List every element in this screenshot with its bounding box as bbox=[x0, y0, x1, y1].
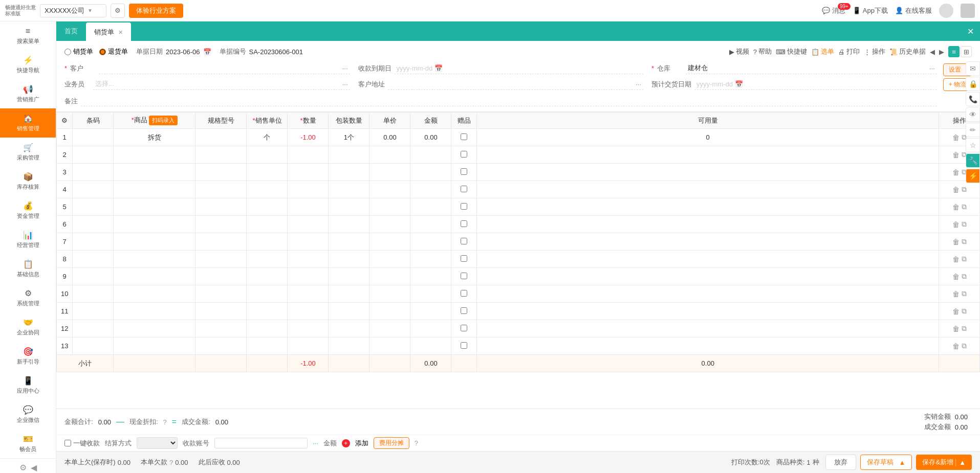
toolbar-shortcut[interactable]: ⌨ 快捷键 bbox=[776, 47, 807, 56]
account-number-input[interactable] bbox=[214, 438, 308, 448]
col-settings[interactable]: ⚙ bbox=[57, 112, 73, 129]
cell-barcode[interactable] bbox=[73, 129, 114, 146]
notes-input[interactable] bbox=[81, 96, 937, 106]
delete-icon[interactable]: 🗑 bbox=[952, 273, 960, 281]
copy-icon[interactable]: ⧉ bbox=[962, 289, 967, 298]
app-download-button[interactable]: 📱 App下载 bbox=[853, 6, 888, 15]
delete-icon[interactable]: 🗑 bbox=[952, 151, 960, 159]
message-button[interactable]: 💬 消息 99+ bbox=[822, 6, 845, 15]
cell-product[interactable]: 拆货 bbox=[114, 129, 195, 146]
sidebar-item-marketing[interactable]: 📢 营销推广 bbox=[0, 79, 56, 108]
float-eye-icon[interactable]: 👁 bbox=[966, 107, 980, 122]
sidebar-item-operation[interactable]: 📊 经营管理 bbox=[0, 225, 56, 254]
delete-icon[interactable]: 🗑 bbox=[952, 220, 960, 229]
one-click-payment[interactable]: 一键收款 bbox=[64, 439, 100, 448]
sidebar-item-sales[interactable]: 🏠 销售管理 bbox=[0, 108, 56, 138]
sidebar-item-inventory[interactable]: 📦 库存核算 bbox=[0, 167, 56, 196]
settlement-method-select[interactable] bbox=[137, 437, 178, 449]
cell-package-qty[interactable]: 1个 bbox=[329, 129, 369, 146]
scan-button[interactable]: 扫码录入 bbox=[149, 116, 178, 125]
float-alert-icon[interactable]: ⚡ bbox=[966, 169, 980, 183]
nav-prev-icon[interactable]: ◀ bbox=[930, 48, 935, 56]
save-draft-arrow[interactable]: ▲ bbox=[896, 459, 906, 466]
copy-icon[interactable]: ⧉ bbox=[962, 185, 967, 194]
copy-icon[interactable]: ⧉ bbox=[962, 307, 967, 316]
float-tool-icon[interactable]: 🔧 bbox=[966, 153, 980, 168]
fee-split-button[interactable]: 费用分摊 bbox=[374, 437, 409, 449]
save-draft-button[interactable]: 保存草稿 ▲ bbox=[860, 455, 912, 470]
float-edit-icon[interactable]: ✏ bbox=[966, 123, 980, 137]
delete-icon[interactable]: 🗑 bbox=[952, 238, 960, 246]
collapse-icon[interactable]: ◀ bbox=[31, 463, 37, 472]
delete-icon[interactable]: 🗑 bbox=[952, 168, 960, 176]
tab-sales-order[interactable]: 销货单 ✕ bbox=[86, 22, 131, 42]
sidebar-item-quick-nav[interactable]: ⚡ 快捷导航 bbox=[0, 50, 56, 79]
sidebar-item-app-center[interactable]: 📱 应用中心 bbox=[0, 371, 56, 400]
copy-icon[interactable]: ⧉ bbox=[962, 255, 967, 263]
sidebar-item-search[interactable]: ≡ 搜索菜单 bbox=[0, 21, 56, 50]
radio-return[interactable]: 退货单 bbox=[99, 47, 128, 56]
delete-icon[interactable]: 🗑 bbox=[952, 203, 960, 211]
settings-bottom-icon[interactable]: ⚙ bbox=[19, 463, 27, 472]
online-service-button[interactable]: 👤 在线客服 bbox=[895, 6, 932, 15]
salesman-input[interactable]: 选择... ··· bbox=[93, 78, 350, 90]
float-lock-icon[interactable]: 🔒 bbox=[966, 77, 980, 91]
delete-icon[interactable]: 🗑 bbox=[952, 290, 960, 298]
delete-icon[interactable]: 🗑 bbox=[952, 325, 960, 333]
question-mark-icon[interactable]: ? bbox=[163, 418, 167, 426]
sidebar-item-finance[interactable]: 💰 资金管理 bbox=[0, 196, 56, 225]
float-message-icon[interactable]: ✉ bbox=[966, 61, 980, 76]
warehouse-input[interactable]: 建材仓 ··· bbox=[686, 62, 937, 74]
receipt-date-input[interactable]: yyyy-mm-dd 📅 bbox=[395, 63, 644, 74]
fee-question-icon[interactable]: ? bbox=[415, 439, 418, 447]
delete-icon[interactable]: 🗑 bbox=[952, 255, 960, 263]
customer-address-input[interactable]: ··· bbox=[388, 79, 644, 90]
trial-button[interactable]: 体验行业方案 bbox=[129, 4, 183, 18]
toolbar-operation[interactable]: ⋮ 操作 bbox=[864, 47, 885, 56]
deficit-question-icon[interactable]: ? bbox=[169, 459, 173, 466]
copy-icon[interactable]: ⧉ bbox=[962, 202, 967, 211]
copy-icon[interactable]: ⧉ bbox=[962, 220, 967, 229]
cell-unit[interactable]: 个 bbox=[247, 129, 288, 146]
copy-icon[interactable]: ⧉ bbox=[962, 237, 967, 246]
cell-gift[interactable] bbox=[451, 129, 477, 146]
save-new-arrow[interactable]: ▲ bbox=[955, 459, 966, 466]
sidebar-item-purchase[interactable]: 🛒 采购管理 bbox=[0, 138, 56, 167]
copy-icon[interactable]: ⧉ bbox=[962, 272, 967, 281]
toolbar-select[interactable]: 📋 选单 bbox=[811, 47, 834, 56]
add-button[interactable]: + bbox=[342, 439, 350, 447]
toolbar-history[interactable]: 📜 历史单据 bbox=[889, 47, 926, 56]
sidebar-item-basic-info[interactable]: 📋 基础信息 bbox=[0, 254, 56, 283]
sidebar-item-system[interactable]: ⚙ 系统管理 bbox=[0, 283, 56, 312]
delete-icon[interactable]: 🗑 bbox=[952, 342, 960, 350]
layout-grid-icon[interactable]: ⊞ bbox=[961, 46, 972, 57]
expected-delivery-input[interactable]: yyyy-mm-dd 📅 bbox=[694, 79, 937, 90]
save-new-button[interactable]: 保存&新增 ▲ bbox=[916, 455, 972, 470]
abandon-button[interactable]: 放弃 bbox=[825, 455, 856, 470]
cell-unit-price[interactable]: 0.00 bbox=[369, 129, 410, 146]
company-selector[interactable]: XXXXXX公司 ▼ bbox=[40, 4, 106, 17]
avatar2[interactable] bbox=[961, 4, 975, 18]
delete-icon[interactable]: 🗑 bbox=[952, 186, 960, 194]
cell-amount[interactable]: 0.00 bbox=[410, 129, 451, 146]
settings-icon[interactable]: ⚙ bbox=[111, 4, 125, 18]
radio-sales[interactable]: 销货单 bbox=[64, 47, 93, 56]
sidebar-item-weixin[interactable]: 💬 企业微信 bbox=[0, 400, 56, 429]
tab-close-icon[interactable]: ✕ bbox=[118, 29, 123, 36]
copy-icon[interactable]: ⧉ bbox=[962, 324, 967, 333]
tab-home[interactable]: 首页 bbox=[56, 21, 86, 41]
delete-icon[interactable]: 🗑 bbox=[952, 133, 960, 142]
layout-list-icon[interactable]: ≡ bbox=[948, 46, 960, 57]
sidebar-item-member[interactable]: 🎫 畅会员 bbox=[0, 429, 56, 458]
calendar-icon[interactable]: 📅 bbox=[203, 48, 211, 56]
float-star-icon[interactable]: ☆ bbox=[966, 138, 980, 152]
avatar[interactable] bbox=[939, 4, 953, 18]
nav-next-icon[interactable]: ▶ bbox=[939, 48, 944, 56]
customer-input[interactable]: ··· bbox=[99, 63, 350, 74]
copy-icon[interactable]: ⧉ bbox=[962, 342, 967, 350]
sidebar-item-enterprise[interactable]: 🤝 企业协同 bbox=[0, 312, 56, 342]
delete-icon[interactable]: 🗑 bbox=[952, 307, 960, 316]
float-phone-icon[interactable]: 📞 bbox=[966, 92, 980, 106]
toolbar-video[interactable]: ▶ 视频 bbox=[729, 47, 749, 56]
cell-quantity[interactable]: -1.00 bbox=[288, 129, 329, 146]
